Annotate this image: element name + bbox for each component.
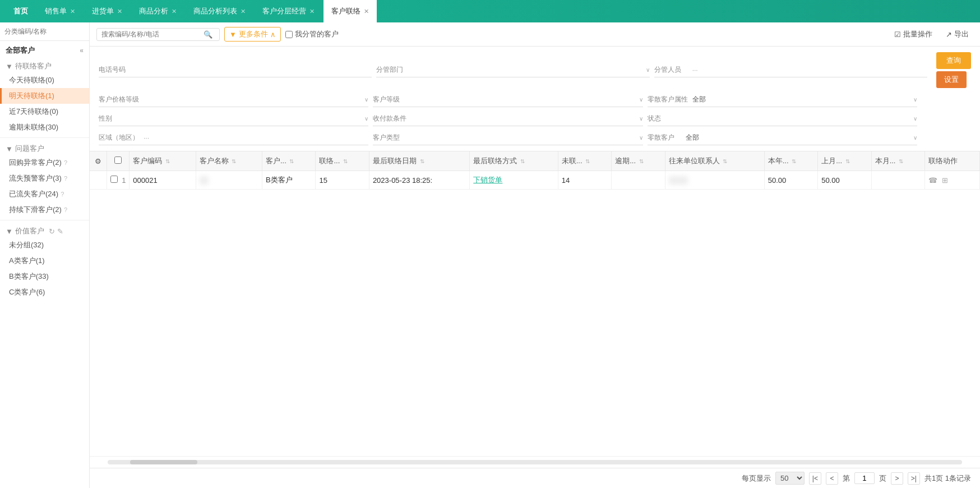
gender-arrow-icon[interactable]: ∨	[364, 116, 368, 122]
sort-contact-person-icon[interactable]: ⇅	[723, 158, 727, 164]
sort-name-icon[interactable]: ⇅	[232, 158, 236, 164]
row-this-year: 50.00	[768, 176, 787, 185]
retail-attr-arrow-icon[interactable]: ∨	[913, 96, 917, 103]
payment-arrow-icon[interactable]: ∨	[639, 116, 643, 122]
td-type: B类客户	[262, 171, 315, 190]
scroll-bar-area	[90, 456, 980, 468]
sort-this-year-icon[interactable]: ⇅	[792, 158, 796, 164]
sidebar-loss-risk[interactable]: 流失预警客户(3) ?	[0, 171, 89, 186]
sort-last-date-icon[interactable]: ⇅	[420, 158, 424, 164]
td-row-num: 1	[107, 171, 130, 190]
action-more-icon[interactable]: ⊞	[942, 176, 948, 185]
nav-sales-close[interactable]: ✕	[70, 8, 75, 15]
row-checkbox[interactable]	[110, 176, 118, 183]
nav-customer-tier-close[interactable]: ✕	[309, 8, 315, 15]
sort-code-icon[interactable]: ⇅	[165, 158, 170, 164]
page-nav-first[interactable]: |<	[809, 472, 821, 485]
sidebar-a-class[interactable]: A类客户(1)	[0, 253, 89, 269]
page-nav-last[interactable]: >|	[908, 472, 920, 485]
td-last-month: 50.00	[818, 171, 871, 190]
value-refresh-icon[interactable]: ↻	[49, 227, 55, 236]
retail-customer-arrow-icon[interactable]: ∨	[913, 135, 917, 141]
sidebar-c-class[interactable]: C类客户(6)	[0, 284, 89, 300]
pagination-bar: 每页显示 50 100 200 |< < 第 页 > >| 共1页 1条记录	[90, 468, 980, 488]
my-customers-checkbox[interactable]	[285, 31, 293, 38]
th-contact-person: 往来单位联系人 ⇅	[665, 151, 764, 171]
filter-more-btn[interactable]: ▼ 更多条件 ∧	[224, 27, 281, 42]
price-level-arrow-icon[interactable]: ∨	[364, 96, 368, 103]
td-name: Ea	[196, 171, 262, 190]
nav-purchase-close[interactable]: ✕	[117, 8, 122, 15]
sidebar-overdue-contact[interactable]: 逾期未联络(30)	[0, 119, 89, 135]
gear-icon[interactable]: ⚙	[95, 157, 101, 165]
query-btn[interactable]: 查询	[936, 52, 971, 69]
sort-this-month-icon[interactable]: ⇅	[899, 158, 903, 164]
today-contact-label: 今天待联络(0)	[9, 75, 54, 85]
status-arrow-icon[interactable]: ∨	[913, 116, 917, 122]
phone-input[interactable]	[137, 66, 372, 74]
th-checkbox	[107, 151, 130, 171]
row-last-method[interactable]: 下销货单	[473, 176, 502, 184]
customer-type-arrow-icon[interactable]: ∨	[639, 135, 643, 141]
problem-triangle-icon: ▼	[6, 145, 13, 153]
sidebar-ungrouped[interactable]: 未分组(32)	[0, 237, 89, 253]
person-dots[interactable]: ···	[692, 66, 698, 74]
sidebar-today-contact[interactable]: 今天待联络(0)	[0, 72, 89, 88]
loss-risk-label: 流失预警客户(3)	[9, 173, 62, 183]
export-btn[interactable]: ↗ 导出	[941, 27, 973, 41]
search-input-wrap: 🔍	[96, 28, 220, 41]
page-nav-next[interactable]: >	[891, 472, 903, 485]
filter-retail-customer: 零散客户 全部 ∨	[648, 131, 917, 145]
sidebar-search-input[interactable]	[4, 27, 89, 35]
page-input[interactable]	[854, 472, 875, 484]
sidebar-continuous-decline[interactable]: 持续下滑客户(2) ?	[0, 202, 89, 218]
customer-level-arrow-icon[interactable]: ∨	[639, 96, 643, 103]
filter-label: 更多条件	[239, 29, 268, 39]
sort-last-month-icon[interactable]: ⇅	[845, 158, 850, 164]
sidebar-repurchase-abnormal[interactable]: 回购异常客户(2) ?	[0, 155, 89, 171]
td-contact-person: XXXX	[665, 171, 764, 190]
nav-customer-contact[interactable]: 客户联络 ✕	[323, 0, 377, 22]
td-code: 000021	[130, 171, 196, 190]
per-page-select[interactable]: 50 100 200	[775, 472, 805, 485]
sort-no-contact-icon[interactable]: ⇅	[585, 158, 590, 164]
page-nav-prev[interactable]: <	[826, 472, 838, 485]
nav-home[interactable]: 首页	[6, 0, 36, 22]
already-lost-help-icon: ?	[61, 191, 64, 197]
action-contact-icon[interactable]: ☎	[928, 176, 937, 185]
sidebar-search-wrap: 🔍	[0, 22, 89, 41]
th-last-method-label: 最后联络方式	[473, 156, 517, 165]
person-label: 分管人员	[654, 65, 688, 75]
region-dots[interactable]: ···	[144, 134, 149, 142]
sidebar-near7-contact[interactable]: 近7天待联络(0)	[0, 104, 89, 119]
nav-purchase[interactable]: 进货单 ✕	[84, 0, 130, 22]
sort-type-icon[interactable]: ⇅	[289, 158, 294, 164]
nav-product-analysis[interactable]: 商品分析 ✕	[131, 0, 184, 22]
batch-ops-btn[interactable]: ☑ 批量操作	[890, 27, 937, 41]
nav-sales[interactable]: 销售单 ✕	[37, 0, 83, 22]
sidebar-b-class[interactable]: B类客户(33)	[0, 269, 89, 284]
search-icon[interactable]: 🔍	[204, 30, 212, 39]
sidebar-tomorrow-contact[interactable]: 明天待联络(1)	[0, 88, 89, 104]
td-overdue	[612, 171, 665, 190]
nav-product-analysis-close[interactable]: ✕	[172, 8, 177, 15]
sort-last-method-icon[interactable]: ⇅	[520, 158, 525, 164]
settings-btn[interactable]: 设置	[936, 71, 967, 88]
nav-product-analysis-list-close[interactable]: ✕	[241, 8, 246, 15]
search-input[interactable]	[101, 30, 204, 38]
overdue-contact-label: 逾期未联络(30)	[9, 122, 58, 132]
value-edit-icon[interactable]: ✎	[57, 227, 63, 236]
dept-arrow-icon[interactable]: ∨	[646, 67, 650, 73]
gender-label: 性别	[99, 114, 132, 123]
sort-contact-icon[interactable]: ⇅	[343, 158, 348, 164]
row-num: 1	[122, 176, 126, 185]
nav-customer-contact-close[interactable]: ✕	[364, 8, 369, 15]
nav-customer-tier[interactable]: 客户分层经营 ✕	[255, 0, 322, 22]
scroll-thumb[interactable]	[130, 460, 197, 464]
select-all-checkbox[interactable]	[114, 156, 122, 164]
sidebar-already-lost[interactable]: 已流失客户(24) ?	[0, 186, 89, 202]
sidebar-collapse-icon[interactable]: «	[80, 47, 84, 54]
th-action-label: 联络动作	[928, 156, 958, 165]
nav-product-analysis-list[interactable]: 商品分析列表 ✕	[186, 0, 253, 22]
sort-overdue-icon[interactable]: ⇅	[639, 158, 644, 164]
